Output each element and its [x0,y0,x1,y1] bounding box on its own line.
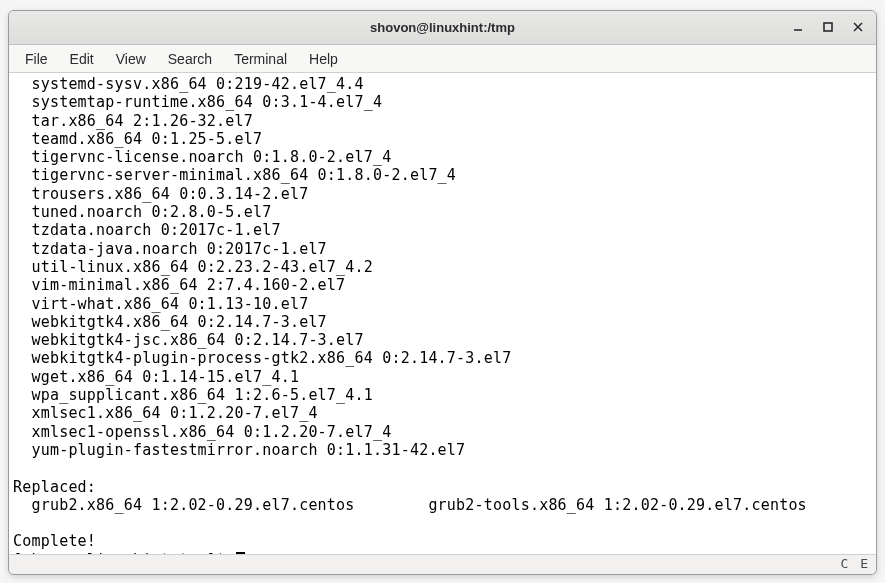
terminal-window: shovon@linuxhint:/tmp FileEditViewSearch… [8,10,877,575]
terminal-line: tzdata.noarch 0:2017c-1.el7 [13,221,876,239]
window-title: shovon@linuxhint:/tmp [9,20,876,35]
close-button[interactable] [844,14,872,40]
terminal-line: tzdata-java.noarch 0:2017c-1.el7 [13,240,876,258]
terminal-line: xmlsec1.x86_64 0:1.2.20-7.el7_4 [13,404,876,422]
menu-search[interactable]: Search [158,47,222,71]
terminal-line: tar.x86_64 2:1.26-32.el7 [13,112,876,130]
terminal-line [13,459,876,477]
svg-rect-1 [824,23,832,31]
terminal-line: teamd.x86_64 0:1.25-5.el7 [13,130,876,148]
prompt-text: [shovon@linuxhint tmp]$ [13,551,235,554]
terminal-line: wget.x86_64 0:1.14-15.el7_4.1 [13,368,876,386]
terminal-line: webkitgtk4-plugin-process-gtk2.x86_64 0:… [13,349,876,367]
terminal-line: webkitgtk4-jsc.x86_64 0:2.14.7-3.el7 [13,331,876,349]
terminal-line: wpa_supplicant.x86_64 1:2.6-5.el7_4.1 [13,386,876,404]
close-icon [852,21,864,33]
terminal-line: virt-what.x86_64 0:1.13-10.el7 [13,295,876,313]
terminal-line: trousers.x86_64 0:0.3.14-2.el7 [13,185,876,203]
terminal-line: tigervnc-license.noarch 0:1.8.0-2.el7_4 [13,148,876,166]
terminal-line: vim-minimal.x86_64 2:7.4.160-2.el7 [13,276,876,294]
menu-view[interactable]: View [106,47,156,71]
terminal-line: util-linux.x86_64 0:2.23.2-43.el7_4.2 [13,258,876,276]
maximize-button[interactable] [814,14,842,40]
terminal-line: tuned.noarch 0:2.8.0-5.el7 [13,203,876,221]
menu-help[interactable]: Help [299,47,348,71]
menubar: FileEditViewSearchTerminalHelp [9,45,876,73]
terminal-line: Replaced: [13,478,876,496]
terminal-line: tigervnc-server-minimal.x86_64 0:1.8.0-2… [13,166,876,184]
terminal-line: systemtap-runtime.x86_64 0:3.1-4.el7_4 [13,93,876,111]
maximize-icon [822,21,834,33]
terminal-line: yum-plugin-fastestmirror.noarch 0:1.1.31… [13,441,876,459]
menu-file[interactable]: File [15,47,58,71]
menu-edit[interactable]: Edit [60,47,104,71]
terminal-line: xmlsec1-openssl.x86_64 0:1.2.20-7.el7_4 [13,423,876,441]
terminal-prompt[interactable]: [shovon@linuxhint tmp]$ [13,551,876,554]
minimize-button[interactable] [784,14,812,40]
terminal-line [13,514,876,532]
terminal-line: systemd-sysv.x86_64 0:219-42.el7_4.4 [13,75,876,93]
window-controls [784,14,872,40]
minimize-icon [792,21,804,33]
terminal-line: webkitgtk4.x86_64 0:2.14.7-3.el7 [13,313,876,331]
terminal-line: grub2.x86_64 1:2.02-0.29.el7.centos grub… [13,496,876,514]
menu-terminal[interactable]: Terminal [224,47,297,71]
titlebar: shovon@linuxhint:/tmp [9,11,876,45]
statusbar: C E [9,554,876,574]
terminal-output[interactable]: systemd-sysv.x86_64 0:219-42.el7_4.4 sys… [9,73,876,554]
terminal-line: Complete! [13,532,876,550]
cursor [236,552,245,554]
